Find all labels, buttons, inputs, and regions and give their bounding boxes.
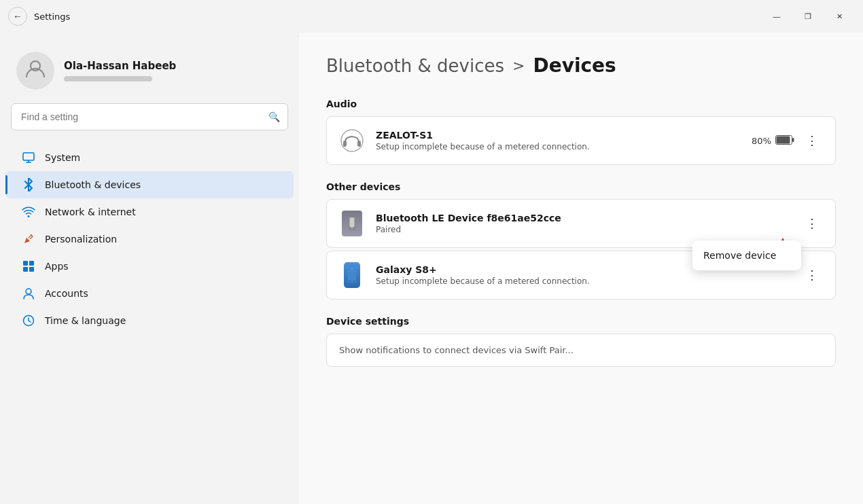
ble-info: Bluetooth LE Device f8e61ae52cce Paired <box>376 213 790 234</box>
zealot-battery: 80% <box>752 135 794 147</box>
sidebar-item-apps[interactable]: Apps <box>5 253 294 280</box>
ble-device-icon <box>342 211 362 236</box>
zealot-info: ZEALOT-S1 Setup incomplete because of a … <box>376 130 741 151</box>
user-icon <box>24 58 46 84</box>
apps-icon <box>22 259 35 273</box>
galaxy-more-button[interactable]: ⋮ <box>801 264 823 286</box>
user-profile[interactable]: Ola-Hassan Habeeb <box>0 43 299 103</box>
svg-rect-20 <box>349 268 355 281</box>
zealot-status: Setup incomplete because of a metered co… <box>376 142 741 151</box>
galaxy-status: Setup incomplete because of a metered co… <box>376 276 790 286</box>
svg-point-8 <box>26 289 31 294</box>
zealot-right: 80% ⋮ <box>752 130 823 151</box>
ble-name: Bluetooth LE Device f8e61ae52cce <box>376 213 790 223</box>
user-status-bar <box>64 76 152 82</box>
audio-heading: Audio <box>326 98 836 109</box>
sidebar-item-personalization[interactable]: Personalization <box>5 226 294 253</box>
svg-rect-11 <box>343 141 347 147</box>
user-name: Ola-Hassan Habeeb <box>64 60 176 72</box>
battery-icon <box>775 135 794 147</box>
remove-device-item[interactable]: Remove device <box>692 243 801 268</box>
svg-rect-17 <box>350 218 355 228</box>
maximize-button[interactable]: ❐ <box>792 5 824 27</box>
ble-device-card: Bluetooth LE Device f8e61ae52cce Paired … <box>326 199 836 248</box>
search-input[interactable] <box>11 103 288 130</box>
sidebar-item-bluetooth-label: Bluetooth & devices <box>45 179 141 190</box>
svg-rect-7 <box>29 267 34 272</box>
breadcrumb-current: Devices <box>533 54 616 77</box>
svg-point-10 <box>341 130 363 151</box>
galaxy-device-icon <box>344 262 360 288</box>
sidebar-item-system-label: System <box>45 152 80 163</box>
app-body: Ola-Hassan Habeeb 🔍 System <box>0 33 863 504</box>
breadcrumb: Bluetooth & devices > Devices <box>326 54 836 77</box>
search-container: 🔍 <box>11 103 288 130</box>
sidebar-item-personalization-label: Personalization <box>45 234 117 245</box>
other-devices-heading: Other devices <box>326 181 836 192</box>
sidebar: Ola-Hassan Habeeb 🔍 System <box>0 33 299 504</box>
sidebar-item-time[interactable]: Time & language <box>5 307 294 334</box>
network-icon <box>22 205 35 219</box>
sidebar-item-apps-label: Apps <box>45 261 69 272</box>
zealot-icon-wrap <box>339 128 365 154</box>
user-info: Ola-Hassan Habeeb <box>64 60 176 82</box>
window-title: Settings <box>34 12 70 22</box>
galaxy-icon-wrap <box>339 262 365 288</box>
window-controls: — ❐ ✕ <box>761 5 855 27</box>
ble-icon-wrap <box>339 211 365 236</box>
device-settings-card: Show notifications to connect devices vi… <box>326 334 836 367</box>
main-content: Bluetooth & devices > Devices Audio ZEAL… <box>299 33 863 504</box>
device-settings-heading: Device settings <box>326 316 836 327</box>
other-devices-section: Other devices Bluetooth LE Device f8e61a… <box>326 181 836 300</box>
svg-point-3 <box>31 234 32 236</box>
ble-status: Paired <box>376 225 790 234</box>
zealot-name: ZEALOT-S1 <box>376 130 741 141</box>
zealot-more-button[interactable]: ⋮ <box>801 130 823 151</box>
sidebar-item-network-label: Network & internet <box>45 206 136 217</box>
sidebar-item-accounts[interactable]: Accounts <box>5 280 294 307</box>
back-button[interactable]: ← <box>8 7 27 26</box>
svg-rect-12 <box>357 141 361 147</box>
svg-rect-1 <box>23 153 34 160</box>
ble-right: ⋮ <box>801 213 823 234</box>
sidebar-item-time-label: Time & language <box>45 315 126 326</box>
svg-point-2 <box>28 215 30 217</box>
sidebar-item-bluetooth[interactable]: Bluetooth & devices <box>5 171 294 198</box>
svg-rect-22 <box>351 269 353 270</box>
device-settings-hint: Show notifications to connect devices vi… <box>339 345 574 355</box>
titlebar-left: ← Settings <box>8 7 70 26</box>
avatar <box>16 52 54 90</box>
sidebar-item-network[interactable]: Network & internet <box>5 198 294 226</box>
ble-more-button[interactable]: ⋮ <box>801 213 823 234</box>
personalization-icon <box>22 232 35 246</box>
breadcrumb-separator: > <box>512 57 525 74</box>
accounts-icon <box>22 287 35 300</box>
time-icon <box>22 314 35 327</box>
minimize-button[interactable]: — <box>761 5 792 27</box>
zealot-device-card: ZEALOT-S1 Setup incomplete because of a … <box>326 116 836 165</box>
zealot-battery-percent: 80% <box>752 136 771 146</box>
svg-rect-5 <box>29 261 34 266</box>
svg-point-21 <box>351 281 353 283</box>
titlebar: ← Settings — ❐ ✕ <box>0 0 863 33</box>
svg-point-18 <box>351 228 353 229</box>
svg-rect-15 <box>792 138 794 142</box>
sidebar-item-system[interactable]: System <box>5 144 294 171</box>
galaxy-right: ⋮ <box>801 264 823 286</box>
breadcrumb-parent[interactable]: Bluetooth & devices <box>326 56 504 76</box>
close-button[interactable]: ✕ <box>824 5 855 27</box>
system-icon <box>22 151 35 164</box>
context-menu: Remove device <box>692 240 801 270</box>
bluetooth-icon <box>22 178 35 192</box>
svg-rect-4 <box>23 261 28 266</box>
device-settings-section: Device settings Show notifications to co… <box>326 316 836 367</box>
svg-rect-14 <box>777 136 790 143</box>
svg-rect-6 <box>23 267 28 272</box>
audio-section: Audio ZEALOT-S1 Setup incomplete because… <box>326 98 836 165</box>
sidebar-item-accounts-label: Accounts <box>45 288 88 299</box>
